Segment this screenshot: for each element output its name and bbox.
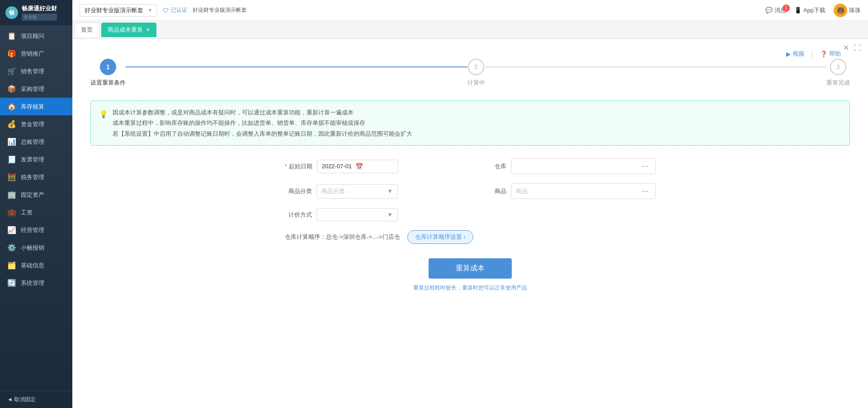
product-input[interactable]: 商品 ··· bbox=[511, 183, 656, 199]
expand-window-button[interactable]: ⛶ bbox=[854, 44, 861, 52]
sidebar-item-payroll[interactable]: 💼 工资 bbox=[0, 204, 72, 221]
sidebar-item-label: 小畅报销 bbox=[21, 244, 44, 252]
start-date-input[interactable]: 2022-07-01 📅 bbox=[317, 160, 398, 173]
sidebar-item-operations[interactable]: 📈 经营管理 bbox=[0, 221, 72, 239]
stepper-step-3: 3 重算完成 bbox=[826, 59, 850, 87]
action-section: 重算成本 重算过程耗时较长，重算时您可以正常使用产品 bbox=[90, 258, 850, 292]
tab-close-icon[interactable]: ✕ bbox=[146, 27, 150, 33]
sidebar-item-basic[interactable]: 🗂️ 基础信息 bbox=[0, 256, 72, 274]
calc-order-label: 仓库计算顺序：总仓->深圳仓库->...->门店仓 bbox=[285, 233, 400, 241]
sidebar-unpin-button[interactable]: ◄ 取消固定 bbox=[0, 391, 72, 408]
sidebar-item-purchase[interactable]: 📦 采购管理 bbox=[0, 80, 72, 98]
sidebar-item-system[interactable]: 🔄 系统管理 bbox=[0, 274, 72, 292]
tab-home-label: 首页 bbox=[81, 26, 93, 34]
form-row-1: 起始日期 2022-07-01 📅 仓库 ··· bbox=[285, 158, 656, 174]
category-field: 商品分类 商品分类 ▼ bbox=[285, 184, 461, 199]
sidebar-item-finance[interactable]: 💰 资金管理 bbox=[0, 115, 72, 133]
sidebar-menu: 📋 项目顾问 🎁 营销推广 🛒 销售管理 📦 采购管理 🏠 库存核算 💰 资金管… bbox=[0, 25, 72, 391]
sidebar-item-project[interactable]: 📋 项目顾问 bbox=[0, 27, 72, 45]
payroll-icon: 💼 bbox=[7, 208, 16, 217]
sidebar-item-label: 库存核算 bbox=[21, 103, 44, 111]
topbar-actions: 💬 消息 1 📱 App下载 🐻 珠珠 bbox=[765, 4, 861, 17]
recalc-button[interactable]: 重算成本 bbox=[429, 258, 512, 279]
info-box: 💡 因成本计算参数调整，或是对商品成本有疑问时，可以通过成本重算功能，重新计算一… bbox=[90, 100, 850, 146]
account-selector[interactable]: 好业财专业版演示帐套 ▼ bbox=[80, 4, 157, 17]
sidebar-item-label: 营销推广 bbox=[21, 50, 44, 58]
app-download-label: App下载 bbox=[803, 6, 826, 14]
tab-home[interactable]: 首页 bbox=[74, 23, 99, 37]
sidebar-item-invoice[interactable]: 🧾 发票管理 bbox=[0, 151, 72, 168]
chevron-down-icon: ▼ bbox=[148, 8, 152, 13]
sidebar-item-accounting[interactable]: 📊 总账管理 bbox=[0, 133, 72, 151]
tab-recalc[interactable]: 商品成本重算 ✕ bbox=[101, 23, 156, 37]
sidebar-logo: 畅 畅康通好业财 专业版 bbox=[0, 0, 72, 25]
system-icon: 🔄 bbox=[7, 279, 16, 287]
sidebar-unpin-label: ◄ 取消固定 bbox=[7, 396, 36, 403]
step-circle-3: 3 bbox=[830, 59, 846, 75]
close-window-button[interactable]: ✕ bbox=[843, 43, 849, 52]
user-avatar-button[interactable]: 🐻 珠珠 bbox=[834, 4, 861, 17]
expense-icon: ⚙️ bbox=[7, 243, 16, 252]
tab-recalc-label: 商品成本重算 bbox=[108, 26, 143, 34]
info-text: 因成本计算参数调整，或是对商品成本有疑问时，可以通过成本重算功能，重新计算一遍成… bbox=[113, 107, 412, 139]
product-ellipsis-button[interactable]: ··· bbox=[640, 186, 651, 196]
app-download-button[interactable]: 📱 App下载 bbox=[794, 6, 826, 14]
sidebar-item-sales[interactable]: 🛒 销售管理 bbox=[0, 62, 72, 80]
message-button[interactable]: 💬 消息 1 bbox=[765, 6, 786, 14]
step-label-3: 重算完成 bbox=[826, 79, 850, 87]
pricing-field: 计价方式 ▼ bbox=[285, 208, 461, 221]
step-line-2 bbox=[485, 66, 827, 67]
sidebar-item-label: 经营管理 bbox=[21, 226, 44, 234]
app-edition: 专业版 bbox=[22, 14, 57, 21]
form-row-3: 计价方式 ▼ bbox=[285, 208, 656, 221]
sidebar-item-label: 基础信息 bbox=[21, 261, 44, 270]
category-label: 商品分类 bbox=[285, 187, 312, 195]
marketing-icon: 🎁 bbox=[7, 49, 16, 58]
play-icon: ▶ bbox=[786, 51, 791, 57]
sidebar-item-inventory[interactable]: 🏠 库存核算 bbox=[0, 98, 72, 115]
category-select[interactable]: 商品分类 ▼ bbox=[316, 184, 398, 199]
step-line-1 bbox=[126, 66, 467, 67]
verified-label: 已认证 bbox=[171, 6, 187, 14]
sidebar-item-label: 系统管理 bbox=[21, 279, 44, 287]
stepper-step-1: 1 设置重算条件 bbox=[90, 59, 126, 87]
tabbar: 首页 商品成本重算 ✕ bbox=[72, 21, 868, 39]
stepper-step-2: 2 计算中 bbox=[467, 59, 485, 87]
finance-icon: 💰 bbox=[7, 120, 16, 128]
main-content: 好业财专业版演示帐套 ▼ 🛡 已认证 好业财专业版演示帐套 💬 消息 1 📱 A… bbox=[72, 0, 868, 408]
project-icon: 📋 bbox=[7, 32, 16, 40]
info-icon: 💡 bbox=[99, 108, 108, 139]
purchase-icon: 📦 bbox=[7, 85, 16, 93]
sidebar-item-label: 固定资产 bbox=[21, 191, 44, 199]
inventory-icon: 🏠 bbox=[7, 102, 16, 111]
tax-icon: 🧮 bbox=[7, 173, 16, 181]
invoice-icon: 🧾 bbox=[7, 155, 16, 164]
product-placeholder: 商品 bbox=[516, 187, 528, 195]
sales-icon: 🛒 bbox=[7, 67, 16, 76]
help-button[interactable]: ❓ 帮助 bbox=[820, 50, 841, 58]
sidebar-item-label: 总账管理 bbox=[21, 138, 44, 146]
step-circle-1: 1 bbox=[100, 59, 116, 75]
warehouse-ellipsis-button[interactable]: ··· bbox=[640, 161, 651, 171]
sidebar-item-label: 资金管理 bbox=[21, 120, 44, 128]
sidebar-item-label: 销售管理 bbox=[21, 67, 44, 76]
pricing-select[interactable]: ▼ bbox=[316, 208, 398, 221]
sidebar-item-marketing[interactable]: 🎁 营销推广 bbox=[0, 45, 72, 62]
warehouse-field: 仓库 ··· bbox=[479, 158, 656, 174]
sidebar-item-label: 税务管理 bbox=[21, 173, 44, 181]
warehouse-input[interactable]: ··· bbox=[511, 158, 656, 174]
start-date-label: 起始日期 bbox=[285, 162, 312, 171]
category-placeholder: 商品分类 bbox=[321, 187, 345, 195]
video-help-button[interactable]: ▶ 视频 bbox=[786, 50, 804, 58]
product-field: 商品 商品 ··· bbox=[479, 183, 656, 199]
calc-order-settings-button[interactable]: 仓库计算顺序设置 › bbox=[407, 230, 473, 244]
help-label: 帮助 bbox=[829, 50, 841, 58]
assets-icon: 🏢 bbox=[7, 190, 16, 199]
sidebar-item-tax[interactable]: 🧮 税务管理 bbox=[0, 168, 72, 186]
sidebar-item-label: 发票管理 bbox=[21, 156, 44, 164]
form-section: 起始日期 2022-07-01 📅 仓库 ··· 商品分类 bbox=[267, 158, 674, 244]
message-icon: 💬 bbox=[765, 7, 773, 14]
sidebar-item-expense[interactable]: ⚙️ 小畅报销 bbox=[0, 239, 72, 256]
sidebar-item-assets[interactable]: 🏢 固定资产 bbox=[0, 186, 72, 204]
app-logo-icon: 畅 bbox=[5, 6, 18, 19]
